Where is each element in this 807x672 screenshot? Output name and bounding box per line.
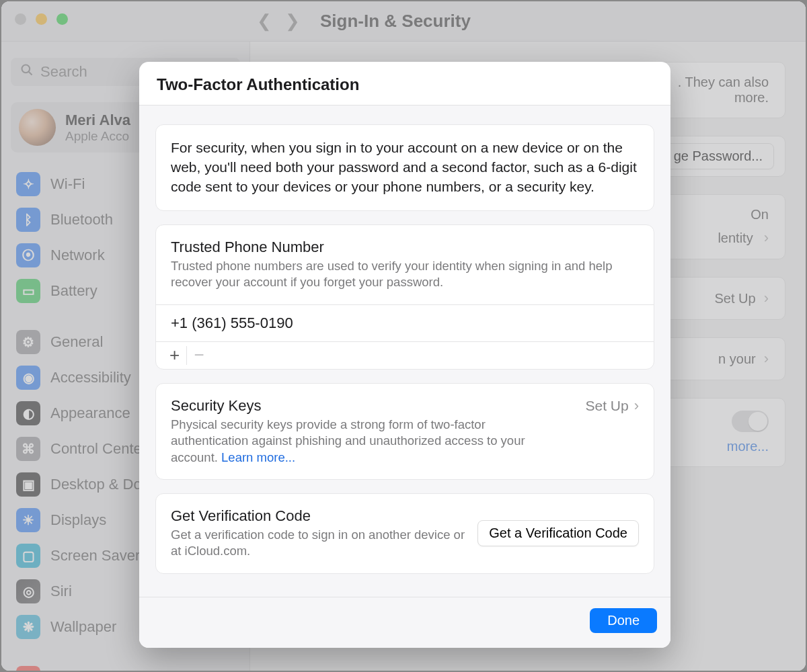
trusted-phone-card: Trusted Phone Number Trusted phone numbe… xyxy=(155,224,654,370)
chevron-right-icon: › xyxy=(634,397,639,415)
verification-code-card: Get Verification Code Get a verification… xyxy=(155,493,654,574)
verification-code-title: Get Verification Code xyxy=(171,507,465,525)
modal-footer: Done xyxy=(139,597,670,648)
trusted-phone-title: Trusted Phone Number xyxy=(171,239,639,256)
system-settings-window: ❮ ❯ Sign-In & Security Meri Alva Apple A… xyxy=(1,1,806,671)
two-factor-auth-modal: Two-Factor Authentication For security, … xyxy=(139,62,670,648)
get-verification-code-button[interactable]: Get a Verification Code xyxy=(477,520,639,546)
trusted-phone-subtitle: Trusted phone numbers are used to verify… xyxy=(171,258,639,291)
modal-header: Two-Factor Authentication xyxy=(139,62,670,106)
modal-body: For security, when you sign in to your a… xyxy=(139,106,670,597)
trusted-phone-row[interactable]: +1 (361) 555-0190 xyxy=(156,304,654,341)
security-keys-card[interactable]: Security Keys Physical security keys pro… xyxy=(155,383,654,480)
phone-number-controls: + − xyxy=(156,341,654,369)
trusted-phone-value: +1 (361) 555-0190 xyxy=(171,314,293,331)
intro-text: For security, when you sign in to your a… xyxy=(171,138,639,197)
security-keys-learn-more-link[interactable]: Learn more... xyxy=(221,450,295,464)
done-button[interactable]: Done xyxy=(590,608,657,633)
verification-code-subtitle: Get a verification code to sign in on an… xyxy=(171,527,465,560)
add-phone-button[interactable]: + xyxy=(163,346,187,365)
security-keys-title: Security Keys xyxy=(171,397,560,415)
security-keys-action-label: Set Up xyxy=(585,398,628,414)
modal-title: Two-Factor Authentication xyxy=(157,75,653,94)
intro-card: For security, when you sign in to your a… xyxy=(155,124,654,211)
remove-phone-button[interactable]: − xyxy=(187,346,211,365)
